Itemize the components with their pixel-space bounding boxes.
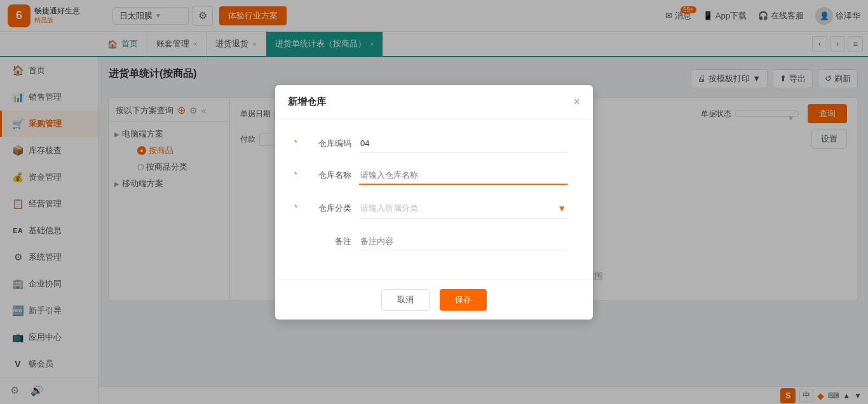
form-row-name: 仓库名称: [301, 166, 567, 185]
cancel-button[interactable]: 取消: [381, 289, 430, 311]
name-label: 仓库名称: [301, 170, 351, 181]
new-warehouse-dialog: 新增仓库 × 仓库编码 仓库名称 仓库分类 请输入所属分类 ▼ 备注: [275, 85, 593, 320]
dialog-overlay: 新增仓库 × 仓库编码 仓库名称 仓库分类 请输入所属分类 ▼ 备注: [0, 0, 868, 404]
code-label: 仓库编码: [301, 138, 351, 149]
category-label: 仓库分类: [301, 203, 351, 214]
remark-label: 备注: [301, 236, 351, 247]
category-select[interactable]: 请输入所属分类 ▼: [359, 199, 567, 219]
dialog-close-button[interactable]: ×: [573, 95, 580, 109]
save-button[interactable]: 保存: [440, 289, 487, 311]
code-input[interactable]: [359, 135, 567, 152]
form-row-remark: 备注: [301, 232, 567, 250]
remark-input[interactable]: [359, 232, 567, 250]
dialog-header: 新增仓库 ×: [275, 85, 593, 119]
dialog-footer: 取消 保存: [275, 279, 593, 320]
dialog-title: 新增仓库: [288, 96, 326, 108]
form-row-code: 仓库编码: [301, 135, 567, 152]
category-dropdown-icon: ▼: [557, 203, 566, 213]
dialog-body: 仓库编码 仓库名称 仓库分类 请输入所属分类 ▼ 备注: [275, 119, 593, 279]
form-row-category: 仓库分类 请输入所属分类 ▼: [301, 199, 567, 219]
category-placeholder: 请输入所属分类: [360, 203, 418, 214]
name-input[interactable]: [359, 166, 567, 185]
